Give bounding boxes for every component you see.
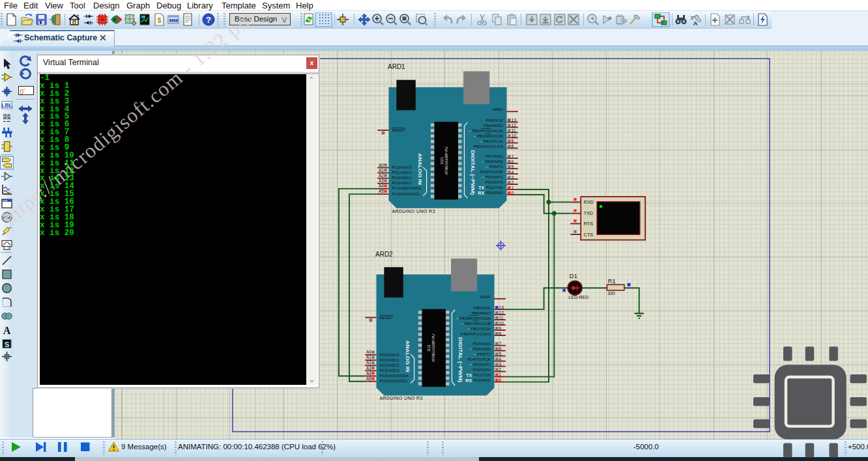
svg-text:PD0/RXD: PD0/RXD [473,378,491,382]
svg-text:A1: A1 [379,168,384,173]
svg-text:– PD3/INT1: – PD3/INT1 [470,362,491,367]
svg-text:PC5/ADC5/SCL: PC5/ADC5/SCL [380,378,409,383]
svg-text:330: 330 [607,291,615,296]
svg-text:PC5/ADC5/SCL: PC5/ADC5/SCL [392,191,422,196]
svg-text:– PB2/SS/OC1B: – PB2/SS/OC1B [474,133,503,138]
svg-text:12: 12 [499,311,504,315]
svg-text:A2: A2 [379,173,384,178]
svg-text:9: 9 [499,326,502,331]
svg-text:– PB3/MOSI/OC2A: – PB3/MOSI/OC2A [469,128,504,133]
svg-text:PB4/MISO: PB4/MISO [472,311,491,315]
svg-text:ATMEGA328P-PU: ATMEGA328P-PU [432,334,436,362]
svg-text:TX: TX [478,186,484,190]
svg-text:PD1/TXD: PD1/TXD [474,372,491,377]
svg-text:PB4/MISO: PB4/MISO [484,123,503,128]
svg-text:4: 4 [512,170,514,175]
svg-text:6: 6 [499,346,502,351]
svg-text:AREF: AREF [492,107,503,111]
svg-text:RX: RX [465,378,472,383]
svg-text:A5: A5 [379,189,384,193]
svg-text:ARD2: ARD2 [375,251,393,258]
svg-text:A4: A4 [366,371,371,376]
svg-text:A4: A4 [379,184,384,188]
svg-text:2: 2 [499,367,502,372]
svg-text:– PD3/INT1: – PD3/INT1 [482,175,504,179]
svg-text:– PB1/OC1A: – PB1/OC1A [468,326,491,331]
svg-text:9: 9 [512,139,514,143]
svg-text:D1: D1 [570,272,577,279]
svg-text:1: 1 [512,186,514,190]
svg-text:PC1/ADC1: PC1/ADC1 [380,357,400,362]
svg-text:A1: A1 [366,355,371,359]
svg-text:0: 0 [499,378,502,382]
svg-text:1121: 1121 [427,344,431,352]
svg-text:A5: A5 [366,376,371,381]
svg-text:10: 10 [499,321,504,326]
svg-text:6: 6 [512,160,514,164]
svg-text:A0: A0 [379,163,384,167]
svg-text:DIGITAL (~PWM): DIGITAL (~PWM) [457,337,463,383]
svg-text:RTS: RTS [584,221,593,227]
svg-text:ANALOG IN: ANALOG IN [417,153,423,185]
svg-text:– PD6/AIN0: – PD6/AIN0 [469,346,491,351]
svg-text:PD2/INT0: PD2/INT0 [473,367,491,372]
svg-text:13: 13 [499,305,504,310]
svg-text:PD4/T0/XCK: PD4/T0/XCK [480,169,504,174]
svg-text:CTS: CTS [584,232,594,238]
svg-text:0: 0 [512,191,514,195]
svg-text:RESET: RESET [392,128,406,132]
svg-text:1121: 1121 [440,158,444,165]
svg-text:– PB1/OC1A: – PB1/OC1A [480,139,504,143]
svg-text:4: 4 [499,357,502,361]
svg-text:13: 13 [512,118,517,122]
svg-text:ATMEGA328P-PU: ATMEGA328P-PU [444,147,448,175]
svg-text:PC2/ADC2: PC2/ADC2 [380,363,400,367]
svg-text:PD7/AIN1: PD7/AIN1 [485,154,503,158]
svg-text:LBL: LBL [1,102,12,109]
svg-text:AREF: AREF [480,294,491,299]
svg-text:11: 11 [499,316,504,320]
svg-text:PC0/ADC0: PC0/ADC0 [392,165,412,169]
svg-text:ANALOG IN: ANALOG IN [405,341,411,372]
svg-text:8: 8 [499,331,502,336]
svg-text:A0: A0 [366,350,371,354]
svg-text:PC3/ADC3: PC3/ADC3 [392,180,412,185]
svg-text:PB0/ICP1/CLKO: PB0/ICP1/CLKO [473,144,503,148]
svg-text:PD0/RXD: PD0/RXD [485,190,503,195]
svg-text:A3: A3 [379,178,384,183]
svg-text:ARDUINO UNO R3: ARDUINO UNO R3 [380,396,423,400]
svg-text:DIGITAL (~PWM): DIGITAL (~PWM) [470,150,476,196]
svg-text:?: ? [206,15,211,25]
svg-text:– PD6/AIN0: – PD6/AIN0 [482,159,503,163]
svg-text:7: 7 [499,341,502,346]
svg-text:A3: A3 [366,366,371,370]
svg-text:PD4/T0/XCK: PD4/T0/XCK [468,357,491,361]
svg-text:PC1/ADC1: PC1/ADC1 [392,170,412,175]
svg-text:S: S [5,341,10,348]
svg-text:$: $ [157,16,161,24]
svg-text:ARDUINO UNO R3: ARDUINO UNO R3 [392,209,435,214]
svg-text:RESET: RESET [380,315,394,320]
svg-text:PB5/SCK: PB5/SCK [474,305,491,310]
svg-text:R1: R1 [608,277,616,285]
svg-text:2: 2 [512,180,514,185]
svg-text:8: 8 [512,144,514,148]
svg-text:7: 7 [512,154,514,159]
svg-text:– PD5/T1: – PD5/T1 [486,164,504,169]
svg-text:PD2/INT0: PD2/INT0 [485,180,504,184]
svg-text:3: 3 [499,362,502,367]
svg-text:PD7/AIN1: PD7/AIN1 [472,341,491,346]
svg-text:TX: TX [466,373,472,378]
svg-text:5: 5 [512,165,514,169]
svg-text:PC2/ADC2: PC2/ADC2 [392,175,412,180]
svg-text:– PB3/MOSI/OC2A: – PB3/MOSI/OC2A [456,316,491,320]
svg-text:PB0/ICP1/CLKO: PB0/ICP1/CLKO [461,331,491,336]
svg-text:RX: RX [478,191,484,195]
svg-text:PC4/ADC4/SDA: PC4/ADC4/SDA [392,186,422,190]
svg-text:ARD1: ARD1 [388,63,405,70]
svg-text:A: A [3,325,11,336]
svg-text:PC0/ADC0: PC0/ADC0 [380,352,400,357]
svg-text:LED-RED: LED-RED [569,295,589,300]
svg-text:A: A [693,20,698,27]
svg-text:10: 10 [512,133,517,138]
